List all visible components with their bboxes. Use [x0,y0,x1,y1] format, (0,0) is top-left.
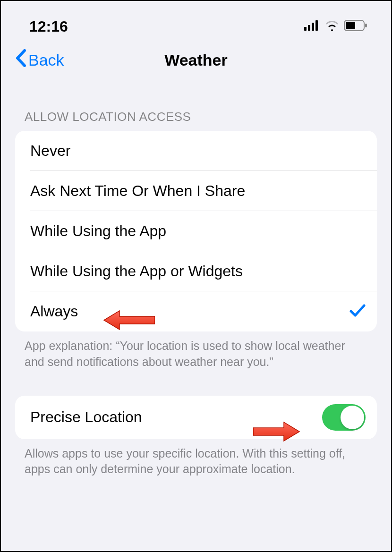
option-while-using-app[interactable]: While Using the App [15,211,377,251]
precise-location-group: Precise Location [15,396,377,439]
option-ask-next-time[interactable]: Ask Next Time Or When I Share [15,171,377,211]
wifi-icon [325,20,339,33]
precise-location-row: Precise Location [15,396,377,439]
option-label: Always [30,303,78,320]
svg-rect-6 [365,24,367,27]
toggle-knob [341,406,364,429]
status-time: 12:16 [29,18,68,35]
location-access-options: Never Ask Next Time Or When I Share Whil… [15,131,377,331]
option-label: Never [30,142,70,160]
battery-icon [344,20,367,33]
precise-location-toggle[interactable] [322,404,366,431]
svg-rect-0 [304,27,307,31]
checkmark-icon [349,304,366,320]
svg-rect-3 [315,20,318,31]
option-label: Ask Next Time Or When I Share [30,182,245,200]
location-explanation-footer: App explanation: “Your location is used … [15,331,377,370]
option-always[interactable]: Always [15,291,377,331]
option-label: While Using the App [30,222,166,240]
option-while-using-app-widgets[interactable]: While Using the App or Widgets [15,251,377,291]
svg-rect-5 [346,22,355,29]
cellular-icon [304,20,320,33]
back-button[interactable]: Back [15,49,64,71]
section-header-location: ALLOW LOCATION ACCESS [15,81,377,131]
svg-rect-1 [308,25,310,31]
option-label: While Using the App or Widgets [30,263,243,280]
precise-location-footer: Allows apps to use your specific locatio… [15,439,377,478]
chevron-left-icon [15,49,26,71]
back-label: Back [28,51,64,69]
page-title: Weather [164,51,228,69]
svg-rect-2 [312,23,314,31]
option-never[interactable]: Never [15,131,377,171]
status-icons [304,20,367,33]
precise-location-label: Precise Location [30,408,142,426]
status-bar: 12:16 [1,1,391,43]
nav-bar: Back Weather [1,43,391,81]
